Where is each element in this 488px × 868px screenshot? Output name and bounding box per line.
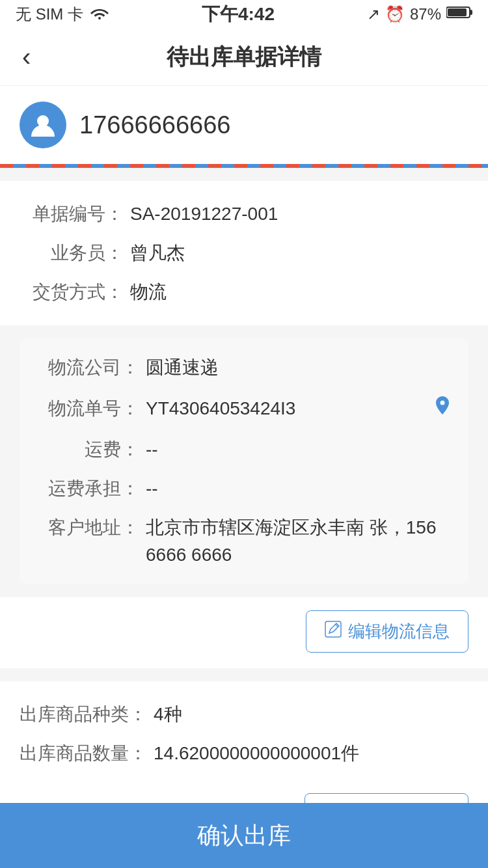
gray-gap-2 [0, 668, 488, 681]
confirm-btn-wrapper[interactable]: 确认出库 [0, 803, 488, 868]
tracking-label: 物流单号： [35, 395, 139, 422]
edit-logistics-button[interactable]: 编辑物流信息 [306, 610, 468, 653]
status-time: 下午4:42 [202, 2, 275, 27]
user-header: 17666666666 [0, 86, 488, 164]
svg-rect-2 [448, 8, 467, 16]
svg-rect-1 [470, 10, 472, 15]
svg-rect-4 [325, 621, 341, 637]
delivery-value: 物流 [130, 278, 468, 306]
sku-qty-value: 14.6200000000000001件 [154, 740, 468, 767]
location-status-icon: ↗ [367, 5, 380, 23]
tracking-row: 物流单号： YT43064053424I3 [35, 393, 453, 424]
gray-gap-1 [0, 168, 488, 181]
logistics-card: 物流公司： 圆通速递 物流单号： YT43064053424I3 运费： -- … [20, 338, 468, 584]
page-title: 待出库单据详情 [167, 42, 321, 72]
user-phone: 17666666666 [79, 111, 230, 139]
logistics-company-label: 物流公司： [35, 354, 139, 381]
sku-qty-label: 出库商品数量： [20, 740, 147, 767]
freight-bearer-value: -- [146, 475, 453, 502]
freight-bearer-row: 运费承担： -- [35, 475, 453, 502]
alarm-icon: ⏰ [385, 5, 405, 23]
carrier-text: 无 SIM 卡 [16, 4, 83, 25]
freight-label: 运费： [35, 436, 139, 463]
avatar [20, 102, 66, 148]
edit-icon [325, 621, 342, 642]
address-label: 客户地址： [35, 514, 139, 541]
freight-bearer-label: 运费承担： [35, 475, 139, 502]
edit-btn-label: 编辑物流信息 [348, 620, 450, 643]
doc-no-row: 单据编号： SA-20191227-001 [20, 200, 468, 228]
logistics-company-value: 圆通速递 [146, 354, 453, 381]
delivery-row: 交货方式： 物流 [20, 278, 468, 306]
sku-qty-row: 出库商品数量： 14.6200000000000001件 [20, 740, 468, 767]
delivery-label: 交货方式： [20, 278, 124, 306]
doc-no-value: SA-20191227-001 [130, 200, 468, 228]
address-value: 北京市市辖区海淀区永丰南 张，156 6666 6666 [146, 514, 453, 569]
doc-no-label: 单据编号： [20, 200, 124, 228]
location-icon[interactable] [432, 393, 453, 424]
salesman-value: 曾凡杰 [130, 239, 468, 267]
stats-section: 出库商品种类： 4种 出库商品数量： 14.6200000000000001件 [0, 681, 488, 787]
sku-type-row: 出库商品种类： 4种 [20, 701, 468, 728]
confirm-btn-text: 确认出库 [197, 820, 291, 852]
battery-icon [446, 5, 472, 23]
logistics-company-row: 物流公司： 圆通速递 [35, 354, 453, 381]
tracking-value: YT43064053424I3 [146, 395, 423, 422]
salesman-label: 业务员： [20, 239, 124, 267]
sku-type-label: 出库商品种类： [20, 701, 147, 728]
status-bar: 无 SIM 卡 下午4:42 ↗ ⏰ 87% [0, 0, 488, 29]
edit-btn-row: 编辑物流信息 [0, 597, 488, 668]
status-right: ↗ ⏰ 87% [367, 5, 472, 23]
address-row: 客户地址： 北京市市辖区海淀区永丰南 张，156 6666 6666 [35, 514, 453, 569]
freight-value: -- [146, 436, 453, 463]
status-left: 无 SIM 卡 [16, 4, 109, 25]
freight-row: 运费： -- [35, 436, 453, 463]
salesman-row: 业务员： 曾凡杰 [20, 239, 468, 267]
wifi-icon [90, 5, 109, 23]
base-info-section: 单据编号： SA-20191227-001 业务员： 曾凡杰 交货方式： 物流 [0, 181, 488, 325]
back-button[interactable]: ‹ [16, 36, 37, 78]
battery-text: 87% [410, 5, 441, 23]
nav-bar: ‹ 待出库单据详情 [0, 29, 488, 86]
sku-type-value: 4种 [154, 701, 468, 728]
